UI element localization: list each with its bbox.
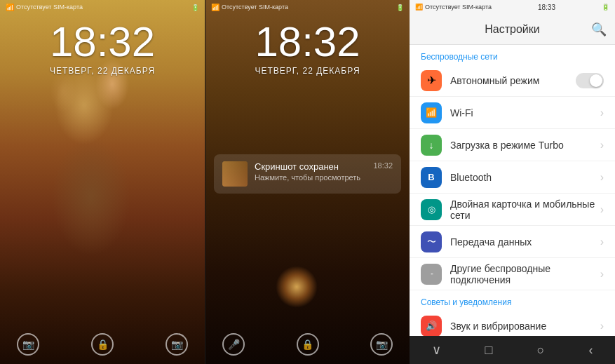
settings-title: Настройки xyxy=(485,23,539,36)
lock1-unlock-icon[interactable]: 📷 xyxy=(165,333,188,356)
settings-panel: 📶 Отсутствует SIM-карта 18:33 🔋 Настройк… xyxy=(410,0,615,364)
lock2-status-bar: 📶 Отсутствует SIM-карта 🔋 xyxy=(205,0,410,14)
settings-status-left: 📶 Отсутствует SIM-карта xyxy=(415,4,492,11)
nav-back-icon[interactable]: ‹ xyxy=(588,343,593,358)
section-wireless-label: Беспроводные сети xyxy=(410,45,615,65)
other-wireless-icon: ··· xyxy=(421,264,442,285)
section-notifications-label: Советы и уведомления xyxy=(410,290,615,310)
settings-item-sound[interactable]: 🔊 Звук и вибрирование › xyxy=(410,310,615,336)
lock2-battery: 🔋 xyxy=(396,4,404,11)
sound-arrow-icon: › xyxy=(600,320,604,332)
notification-title: Скриншот сохранен xyxy=(255,161,366,172)
lock1-time: 18:32 xyxy=(0,21,205,63)
notification-thumbnail xyxy=(222,161,248,187)
data-icon: 〜 xyxy=(421,231,442,252)
lock-screen-2: 📶 Отсутствует SIM-карта 🔋 18:32 ЧЕТВЕРГ,… xyxy=(205,0,410,364)
lock-screen-1: 📶 Отсутствует SIM-карта 🔋 18:32 ЧЕТВЕРГ,… xyxy=(0,0,205,364)
lock1-camera-icon[interactable]: 📷 xyxy=(17,333,39,356)
notification-content: Скриншот сохранен Нажмите, чтобы просмот… xyxy=(255,161,366,182)
settings-item-data[interactable]: 〜 Передача данных › xyxy=(410,226,615,258)
lock1-wifi-icon: 📶 xyxy=(6,4,14,11)
settings-battery: 🔋 xyxy=(602,4,609,11)
lock2-status-left: 📶 Отсутствует SIM-карта xyxy=(211,4,288,11)
notification-card[interactable]: Скриншот сохранен Нажмите, чтобы просмот… xyxy=(214,154,401,194)
wifi-label: Wi-Fi xyxy=(450,107,600,119)
settings-nav-bar: ∨ □ ○ ‹ xyxy=(410,336,615,364)
turbo-arrow-icon: › xyxy=(600,139,604,151)
lock1-bottom-bar: 📷 🔒 📷 xyxy=(0,325,205,364)
lock1-time-display: 18:32 ЧЕТВЕРГ, 22 ДЕКАБРЯ xyxy=(0,21,205,76)
airplane-label: Автономный режим xyxy=(450,75,576,86)
lock1-battery: 🔋 xyxy=(191,4,199,11)
settings-item-dual-sim[interactable]: ◎ Двойная карточка и мобильные сети › xyxy=(410,194,615,226)
turbo-icon: ↓ xyxy=(421,135,442,156)
wifi-arrow-icon: › xyxy=(600,107,604,119)
lock1-status-left: 📶 Отсутствует SIM-карта xyxy=(6,4,83,11)
lock2-time: 18:32 xyxy=(205,21,410,63)
settings-item-other-wireless[interactable]: ··· Другие беспроводные подключения › xyxy=(410,258,615,290)
data-label: Передача данных xyxy=(450,236,600,248)
settings-item-turbo[interactable]: ↓ Загрузка в режиме Turbo › xyxy=(410,129,615,161)
data-arrow-icon: › xyxy=(600,236,604,248)
lock1-sim-text: Отсутствует SIM-карта xyxy=(16,4,83,11)
lock1-status-bar: 📶 Отсутствует SIM-карта 🔋 xyxy=(0,0,205,14)
notification-subtitle: Нажмите, чтобы просмотреть xyxy=(255,173,366,182)
lock2-sim-text: Отсутствует SIM-карта xyxy=(222,4,288,11)
lock2-wifi-icon: 📶 xyxy=(211,4,219,11)
dual-sim-icon: ◎ xyxy=(421,199,442,220)
sound-icon: 🔊 xyxy=(421,316,442,337)
settings-status-bar: 📶 Отсутствует SIM-карта 18:33 🔋 xyxy=(410,0,615,14)
other-wireless-label: Другие беспроводные подключения xyxy=(450,263,600,285)
lock1-date: ЧЕТВЕРГ, 22 ДЕКАБРЯ xyxy=(0,66,205,76)
lock2-mic-icon[interactable]: 🎤 xyxy=(222,333,245,356)
dual-sim-label: Двойная карточка и мобильные сети xyxy=(450,198,600,221)
dual-sim-arrow-icon: › xyxy=(600,203,604,216)
airplane-icon: ✈ xyxy=(421,70,442,91)
bluetooth-label: Bluetooth xyxy=(450,172,600,183)
wifi-icon: 📶 xyxy=(421,102,442,123)
lock2-camera-icon[interactable]: 📷 xyxy=(370,333,393,356)
bluetooth-arrow-icon: › xyxy=(600,171,604,184)
notification-time: 18:32 xyxy=(373,161,393,170)
settings-time: 18:33 xyxy=(538,4,555,11)
lock2-time-display: 18:32 ЧЕТВЕРГ, 22 ДЕКАБРЯ xyxy=(205,21,410,76)
turbo-label: Загрузка в режиме Turbo xyxy=(450,140,600,151)
nav-home-icon[interactable]: ○ xyxy=(537,343,545,358)
lock2-lock-icon[interactable]: 🔒 xyxy=(297,333,319,356)
lock2-bottom-bar: 🎤 🔒 📷 xyxy=(205,325,410,364)
lock2-date: ЧЕТВЕРГ, 22 ДЕКАБРЯ xyxy=(205,66,410,76)
settings-item-wifi[interactable]: 📶 Wi-Fi › xyxy=(410,97,615,129)
nav-recent-icon[interactable]: □ xyxy=(485,343,493,358)
other-wireless-arrow-icon: › xyxy=(600,268,604,281)
settings-content: Беспроводные сети ✈ Автономный режим 📶 W… xyxy=(410,45,615,336)
settings-item-bluetooth[interactable]: B Bluetooth › xyxy=(410,161,615,194)
airplane-toggle[interactable] xyxy=(576,73,604,88)
lock1-lock-icon[interactable]: 🔒 xyxy=(91,333,114,356)
settings-wifi-icon: 📶 xyxy=(415,4,423,11)
sound-label: Звук и вибрирование xyxy=(450,321,600,332)
settings-header: Настройки 🔍 xyxy=(410,14,615,45)
settings-item-airplane[interactable]: ✈ Автономный режим xyxy=(410,65,615,97)
settings-sim-text: Отсутствует SIM-карта xyxy=(425,4,492,11)
settings-search-button[interactable]: 🔍 xyxy=(591,22,607,37)
nav-menu-icon[interactable]: ∨ xyxy=(432,342,441,358)
bluetooth-icon: B xyxy=(421,167,442,188)
